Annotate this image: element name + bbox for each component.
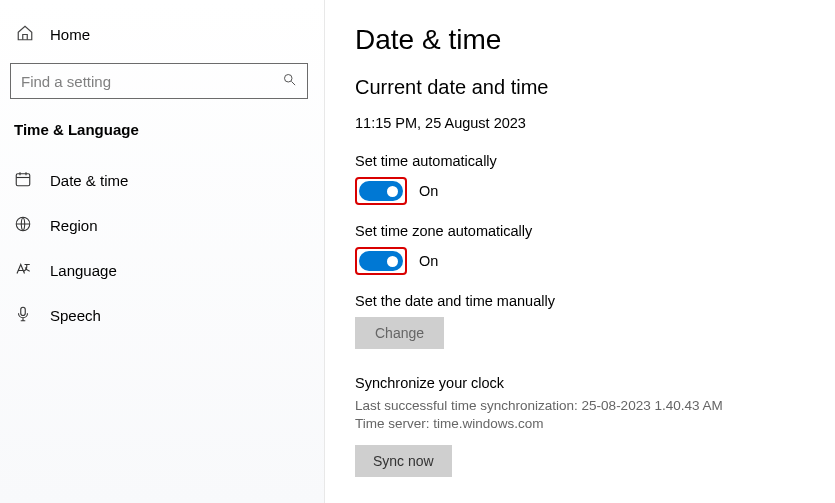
sync-head: Synchronize your clock xyxy=(355,375,805,391)
sync-now-button[interactable]: Sync now xyxy=(355,445,452,477)
svg-rect-7 xyxy=(21,307,26,315)
main-panel: Date & time Current date and time 11:15 … xyxy=(325,0,835,503)
sidebar-item-label: Language xyxy=(50,262,117,279)
sidebar-item-label: Date & time xyxy=(50,172,128,189)
svg-line-1 xyxy=(291,81,295,85)
nav-home[interactable]: Home xyxy=(10,18,314,63)
sidebar-item-speech[interactable]: Speech xyxy=(10,293,314,338)
sidebar-item-language[interactable]: Language xyxy=(10,248,314,293)
sidebar-section-title: Time & Language xyxy=(10,121,314,158)
search-input[interactable] xyxy=(10,63,308,99)
sidebar: Home Time & Language Date & time Region … xyxy=(0,0,325,503)
set-tz-auto-state: On xyxy=(419,253,438,269)
svg-rect-2 xyxy=(16,174,30,186)
set-tz-auto-label: Set time zone automatically xyxy=(355,223,805,239)
home-icon xyxy=(16,24,34,45)
language-icon xyxy=(14,260,32,281)
current-date-head: Current date and time xyxy=(355,76,805,99)
sync-info: Last successful time synchronization: 25… xyxy=(355,397,805,433)
set-time-auto-state: On xyxy=(419,183,438,199)
clock-icon xyxy=(14,170,32,191)
page-title: Date & time xyxy=(355,24,805,56)
set-time-auto-label: Set time automatically xyxy=(355,153,805,169)
change-button: Change xyxy=(355,317,444,349)
sidebar-item-date-time[interactable]: Date & time xyxy=(10,158,314,203)
sidebar-item-region[interactable]: Region xyxy=(10,203,314,248)
sync-last-line: Last successful time synchronization: 25… xyxy=(355,397,805,415)
sidebar-item-label: Region xyxy=(50,217,98,234)
highlight-box xyxy=(355,177,407,205)
search-icon xyxy=(282,72,297,90)
svg-point-0 xyxy=(285,75,293,83)
current-date-value: 11:15 PM, 25 August 2023 xyxy=(355,115,805,131)
globe-icon xyxy=(14,215,32,236)
microphone-icon xyxy=(14,305,32,326)
set-manual-label: Set the date and time manually xyxy=(355,293,805,309)
nav-home-label: Home xyxy=(50,26,90,43)
highlight-box xyxy=(355,247,407,275)
set-time-auto-toggle[interactable] xyxy=(359,181,403,201)
sync-server-line: Time server: time.windows.com xyxy=(355,415,805,433)
set-tz-auto-toggle[interactable] xyxy=(359,251,403,271)
sidebar-item-label: Speech xyxy=(50,307,101,324)
search-field[interactable] xyxy=(21,73,282,90)
